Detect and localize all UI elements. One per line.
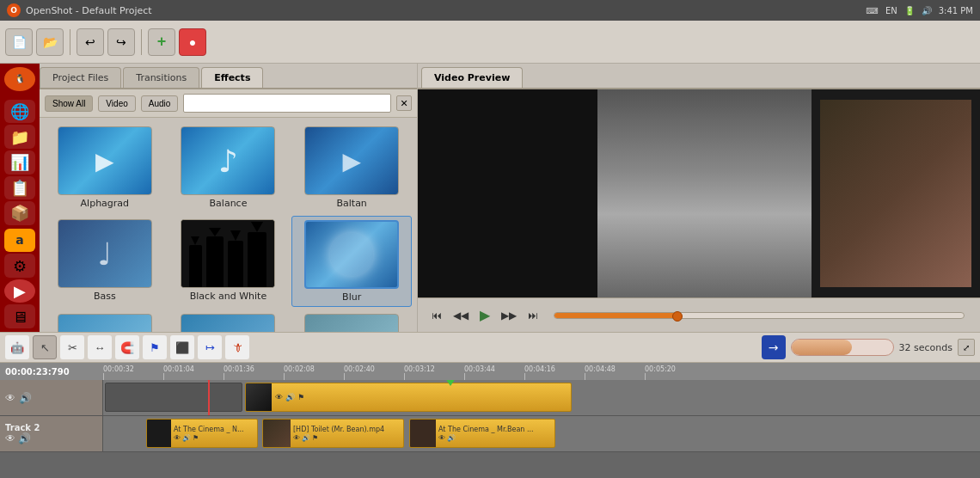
track-2-clip-3[interactable]: At The Cinema _ Mr.Bean ... 👁🔊	[409, 419, 555, 448]
ruler-mark-0: 00:00:32	[103, 365, 163, 380]
track-1-eye-icon[interactable]: 👁	[5, 392, 15, 404]
effect-baltan[interactable]: Baltan	[291, 123, 412, 212]
razor-button[interactable]: 🗡	[225, 335, 249, 359]
track-1-black-clip[interactable]	[105, 383, 242, 412]
titlebar: O OpenShot - Default Project ⌨ EN 🔋 🔊 3:…	[0, 0, 980, 21]
add-button[interactable]: +	[148, 28, 175, 56]
search-input[interactable]	[183, 94, 391, 113]
video-right	[812, 89, 980, 297]
video-left	[418, 89, 597, 297]
main-toolbar: 📄 📂 ↩ ↪ + ●	[0, 21, 980, 64]
titlebar-right: ⌨ EN 🔋 🔊 3:41 PM	[866, 6, 973, 15]
effect-thumb-partial3: 〜	[304, 314, 399, 332]
track-1-main-clip[interactable]: 👁 🔊 ⚑	[245, 383, 572, 412]
effects-grid: Alphagrad Balance Baltan Bass	[40, 118, 417, 332]
svg-rect-2	[206, 236, 224, 288]
skip-end-button[interactable]: ⏭	[523, 305, 543, 326]
lang-indicator: EN	[885, 6, 897, 15]
ruler-mark-4: 00:02:40	[344, 365, 404, 380]
filter-audio[interactable]: Audio	[141, 95, 179, 112]
effect-bass[interactable]: Bass	[45, 216, 165, 307]
tab-video-preview[interactable]: Video Preview	[421, 67, 523, 88]
track-1-audio-icon[interactable]: 🔊	[19, 392, 32, 404]
spreadsheet-icon[interactable]: 📊	[4, 150, 35, 175]
effect-label-balance: Balance	[210, 198, 248, 209]
ruler-mark-7: 00:04:16	[524, 365, 585, 380]
tab-effects[interactable]: Effects	[201, 67, 263, 88]
effect-thumb-alphagrad	[58, 126, 152, 195]
effect-thumb-partial2: ▶	[181, 314, 275, 332]
snap-button[interactable]: 🧲	[115, 335, 139, 359]
track-1-content[interactable]: 👁 🔊 ⚑	[103, 380, 980, 415]
svg-rect-3	[228, 241, 243, 288]
track-2-eye-icon[interactable]: 👁	[5, 432, 15, 444]
track-2-content[interactable]: At The Cinema _ N... 👁🔊⚑ [HD] Toilet (Mr…	[103, 416, 980, 451]
effect-blur[interactable]: Blur	[291, 216, 412, 307]
effect-alphagrad[interactable]: Alphagrad	[45, 123, 165, 212]
firefox-icon[interactable]: 🌐	[4, 100, 35, 124]
tab-project-files[interactable]: Project Files	[40, 67, 121, 88]
installer-icon[interactable]: 📦	[4, 201, 35, 225]
track-1-header: 👁 🔊	[0, 380, 103, 415]
effect-label-bass: Bass	[94, 291, 116, 302]
right-panel: Video Preview ⏮ ◀◀ ▶ ▶▶ ⏭	[418, 64, 980, 332]
timeline-toolbar: 🤖 ↖ ✂ ↔ 🧲 ⚑ ⬛ ↦ 🗡 → 32 seconds ⤢	[0, 332, 980, 363]
play-button[interactable]: ▶	[475, 305, 495, 326]
step-forward-button[interactable]: ▶▶	[499, 305, 519, 326]
track-1-clip-audio: 🔊	[285, 393, 295, 401]
effect-partial-3[interactable]: 〜	[291, 310, 412, 332]
filter-show-all[interactable]: Show All	[45, 95, 93, 112]
left-panel: Project Files Transitions Effects Show A…	[40, 64, 418, 332]
track-2-clip-2[interactable]: [HD] Toilet (Mr. Bean).mp4 👁🔊⚑	[262, 419, 404, 448]
battery-icon: 🔋	[904, 6, 915, 15]
effect-balance[interactable]: Balance	[168, 123, 289, 212]
effect-thumb-bw	[181, 219, 275, 288]
effect-label-bw: Black and White	[190, 291, 266, 302]
files-icon[interactable]: 📁	[4, 125, 35, 149]
document-icon[interactable]: 📋	[4, 176, 35, 200]
track-2-clip-3-label: At The Cinema _ Mr.Bean ...	[438, 426, 534, 433]
timeline-ruler: 00:00:23:790 00:00:32 00:01:04 00:01:36 …	[0, 363, 980, 380]
progress-handle[interactable]	[672, 311, 683, 322]
playhead	[208, 380, 210, 415]
current-time: 00:00:23:790	[5, 367, 70, 377]
effect-partial-1[interactable]: ▶	[45, 310, 165, 332]
filter-video[interactable]: Video	[98, 95, 135, 112]
effect-bw[interactable]: Black and White	[168, 216, 289, 307]
center-button[interactable]: ⬛	[170, 335, 194, 359]
undo-button[interactable]: ↩	[77, 28, 104, 56]
zoom-expand-button[interactable]: ⤢	[958, 339, 975, 356]
redo-button[interactable]: ↪	[107, 28, 135, 56]
keyboard-icon: ⌨	[866, 6, 878, 15]
amazon-icon[interactable]: a	[4, 229, 35, 253]
video-mid	[597, 89, 812, 297]
tab-transitions[interactable]: Transitions	[123, 67, 199, 88]
progress-bar[interactable]	[554, 312, 965, 319]
effect-partial-2[interactable]: ▶	[168, 310, 289, 332]
track-2-audio-icon[interactable]: 🔊	[18, 432, 31, 444]
timeline-tracks: 👁 🔊 👁 🔊 ⚑	[0, 380, 980, 478]
track-2-clip-1[interactable]: At The Cinema _ N... 👁🔊⚑	[146, 419, 258, 448]
android-button[interactable]: 🤖	[5, 335, 29, 359]
settings-icon[interactable]: ⚙	[4, 254, 35, 278]
open-button[interactable]: 📂	[36, 28, 64, 56]
move-tool-button[interactable]: ↔	[88, 335, 112, 359]
video-preview-tab-bar: Video Preview	[418, 64, 980, 89]
effect-thumb-baltan	[304, 126, 399, 195]
select-tool-button[interactable]: ↖	[33, 335, 57, 359]
search-clear-button[interactable]: ✕	[396, 95, 412, 111]
openshot-icon[interactable]: ▶	[4, 279, 35, 303]
marker-button[interactable]: ⚑	[143, 335, 167, 359]
app-sidebar: 🐧 🌐 📁 📊 📋 📦 a ⚙ ▶ 🖥	[0, 64, 40, 332]
transition-button[interactable]: ↦	[198, 335, 222, 359]
ubuntu-logo-icon[interactable]: 🐧	[4, 67, 35, 91]
terminal-icon[interactable]: 🖥	[4, 304, 35, 328]
skip-start-button[interactable]: ⏮	[426, 305, 447, 326]
zoom-slider[interactable]	[791, 339, 894, 356]
record-button[interactable]: ●	[179, 28, 206, 56]
new-button[interactable]: 📄	[5, 28, 33, 56]
progress-fill	[554, 313, 677, 318]
ruler-marks: 00:00:32 00:01:04 00:01:36 00:02:08 00:0…	[103, 363, 705, 380]
cut-tool-button[interactable]: ✂	[60, 335, 84, 359]
step-back-button[interactable]: ◀◀	[450, 305, 471, 326]
